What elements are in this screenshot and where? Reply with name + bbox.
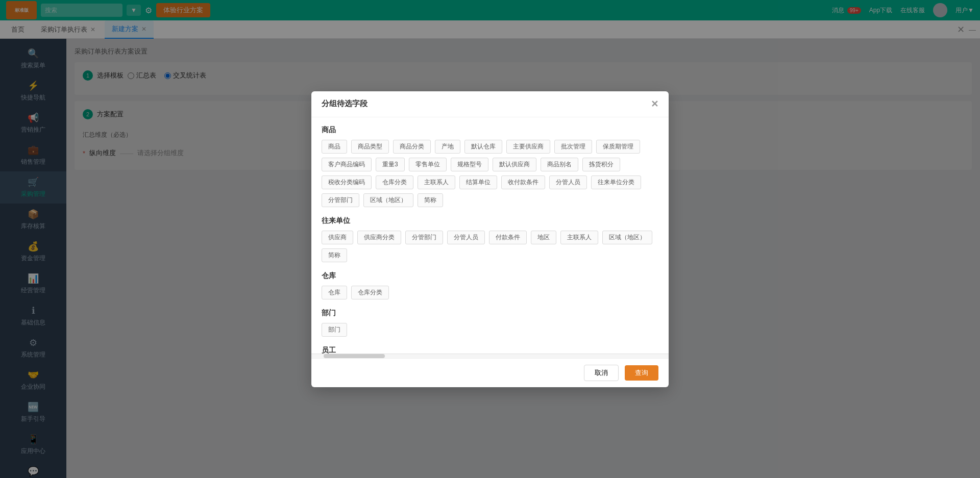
field-tag[interactable]: 商品类型: [351, 140, 389, 154]
field-tag[interactable]: 商品别名: [541, 158, 578, 171]
field-tag[interactable]: 商品: [322, 140, 347, 154]
modal-title: 分组待选字段: [322, 99, 368, 109]
field-tag[interactable]: 仓库分类: [376, 175, 413, 189]
field-tag[interactable]: 收付款条件: [501, 175, 545, 189]
field-tag[interactable]: 商品分类: [393, 140, 431, 154]
field-tag[interactable]: 地区: [531, 231, 556, 244]
field-select-modal: 分组待选字段 ✕ 商品 商品 商品类型 商品分类 产地 默认仓库 主要供应商 批…: [311, 91, 669, 387]
section-employee-title: 员工: [322, 346, 658, 354]
field-tag[interactable]: 往来单位分类: [591, 175, 641, 189]
field-tag[interactable]: 区域（地区）: [363, 193, 413, 207]
field-tag[interactable]: 区域（地区）: [602, 231, 652, 244]
section-department: 部门 部门: [322, 309, 658, 337]
section-employee: 员工 业务员: [322, 346, 658, 354]
field-tag[interactable]: 仓库分类: [351, 286, 389, 299]
horizontal-scrollbar[interactable]: [311, 354, 669, 358]
field-tag[interactable]: 主联系人: [418, 175, 455, 189]
section-warehouse: 仓库 仓库 仓库分类: [322, 271, 658, 299]
section-partner: 往来单位 供应商 供应商分类 分管部门 分管人员 付款条件 地区 主联系人 区域…: [322, 216, 658, 262]
field-tag[interactable]: 结算单位: [459, 175, 497, 189]
section-department-title: 部门: [322, 309, 658, 318]
field-tag[interactable]: 主要供应商: [506, 140, 550, 154]
field-tag[interactable]: 默认供应商: [493, 158, 536, 171]
field-tag[interactable]: 供应商分类: [357, 231, 401, 244]
section-warehouse-tags: 仓库 仓库分类: [322, 286, 658, 299]
section-goods-title: 商品: [322, 125, 658, 135]
section-goods: 商品 商品 商品类型 商品分类 产地 默认仓库 主要供应商 批次管理 保质期管理…: [322, 125, 658, 207]
field-tag[interactable]: 保质期管理: [596, 140, 640, 154]
section-partner-tags: 供应商 供应商分类 分管部门 分管人员 付款条件 地区 主联系人 区域（地区） …: [322, 231, 658, 262]
field-tag[interactable]: 分管人员: [549, 175, 587, 189]
field-tag[interactable]: 付款条件: [489, 231, 527, 244]
field-tag[interactable]: 供应商: [322, 231, 353, 244]
modal-body: 商品 商品 商品类型 商品分类 产地 默认仓库 主要供应商 批次管理 保质期管理…: [311, 117, 669, 354]
field-tag[interactable]: 主联系人: [560, 231, 598, 244]
field-tag[interactable]: 拣货积分: [582, 158, 620, 171]
modal-footer: 取消 查询: [311, 358, 669, 387]
section-partner-title: 往来单位: [322, 216, 658, 225]
field-tag[interactable]: 简称: [322, 248, 347, 262]
field-tag[interactable]: 重量3: [376, 158, 405, 171]
field-tag[interactable]: 客户商品编码: [322, 158, 372, 171]
field-tag[interactable]: 批次管理: [554, 140, 592, 154]
field-tag[interactable]: 规格型号: [451, 158, 488, 171]
modal-header: 分组待选字段 ✕: [311, 91, 669, 117]
field-tag[interactable]: 分管部门: [405, 231, 443, 244]
field-tag[interactable]: 零售单位: [409, 158, 447, 171]
field-tag[interactable]: 简称: [418, 193, 443, 207]
field-tag[interactable]: 默认仓库: [464, 140, 502, 154]
section-warehouse-title: 仓库: [322, 271, 658, 281]
field-tag[interactable]: 分管部门: [322, 193, 359, 207]
confirm-button[interactable]: 查询: [625, 365, 658, 381]
h-scroll-thumb[interactable]: [324, 354, 385, 358]
field-tag[interactable]: 税收分类编码: [322, 175, 372, 189]
field-tag[interactable]: 分管人员: [447, 231, 485, 244]
field-tag[interactable]: 产地: [435, 140, 460, 154]
section-department-tags: 部门: [322, 323, 658, 337]
modal-overlay: 分组待选字段 ✕ 商品 商品 商品类型 商品分类 产地 默认仓库 主要供应商 批…: [0, 0, 980, 478]
section-goods-tags: 商品 商品类型 商品分类 产地 默认仓库 主要供应商 批次管理 保质期管理 客户…: [322, 140, 658, 207]
field-tag[interactable]: 仓库: [322, 286, 347, 299]
modal-close-button[interactable]: ✕: [651, 98, 658, 110]
field-tag[interactable]: 部门: [322, 323, 347, 337]
cancel-button[interactable]: 取消: [584, 365, 619, 381]
